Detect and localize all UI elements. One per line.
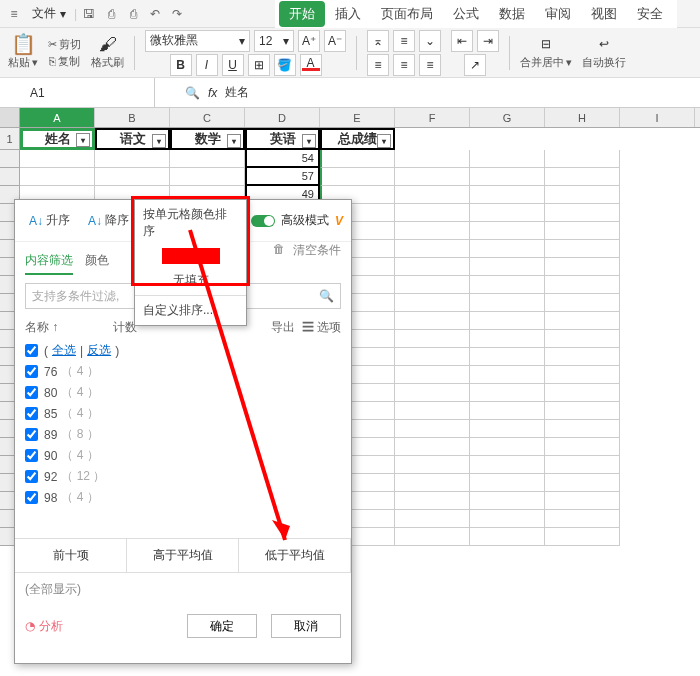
above-avg-button[interactable]: 高于平均值 xyxy=(127,539,239,572)
cell[interactable] xyxy=(545,204,620,222)
cell[interactable] xyxy=(545,150,620,168)
merge-icon[interactable]: ⊟ xyxy=(537,35,555,53)
analyze-button[interactable]: ◔分析 xyxy=(25,618,63,635)
below-avg-button[interactable]: 低于平均值 xyxy=(239,539,351,572)
cell[interactable] xyxy=(395,492,470,510)
wrap-icon[interactable]: ↩ xyxy=(595,35,613,53)
cell[interactable] xyxy=(545,456,620,474)
copy-button[interactable]: ⎘复制 xyxy=(49,54,80,69)
cell[interactable] xyxy=(470,294,545,312)
cell[interactable] xyxy=(470,384,545,402)
col-header-a[interactable]: A xyxy=(20,108,95,127)
cell[interactable] xyxy=(470,510,545,528)
cell[interactable] xyxy=(470,204,545,222)
cell[interactable] xyxy=(470,222,545,240)
cell[interactable] xyxy=(320,168,395,186)
cell[interactable] xyxy=(395,348,470,366)
tab-review[interactable]: 审阅 xyxy=(535,1,581,27)
sort-desc-button[interactable]: A↓降序 xyxy=(82,209,135,232)
cell[interactable] xyxy=(395,528,470,546)
col-header-e[interactable]: E xyxy=(320,108,395,127)
tab-view[interactable]: 视图 xyxy=(581,1,627,27)
name-box[interactable]: A1 xyxy=(0,78,155,107)
delete-icon[interactable]: 🗑 xyxy=(273,242,285,259)
nofill-option[interactable]: 无填充 xyxy=(135,266,246,295)
select-all-corner[interactable] xyxy=(0,108,20,128)
cell[interactable] xyxy=(470,420,545,438)
cell[interactable] xyxy=(395,258,470,276)
cell[interactable] xyxy=(320,150,395,168)
font-select[interactable]: 微软雅黑▾ xyxy=(145,30,250,52)
indent-dec-icon[interactable]: ⇤ xyxy=(451,30,473,52)
cell[interactable] xyxy=(470,168,545,186)
align-center-icon[interactable]: ≡ xyxy=(393,54,415,76)
cell[interactable] xyxy=(470,456,545,474)
fx-icon[interactable]: fx xyxy=(208,86,217,100)
export-button[interactable]: 导出 xyxy=(271,319,295,336)
col-header-b[interactable]: B xyxy=(95,108,170,127)
cell[interactable] xyxy=(545,420,620,438)
tab-data[interactable]: 数据 xyxy=(489,1,535,27)
print-icon[interactable]: ⎙ xyxy=(123,4,143,24)
col-header-h[interactable]: H xyxy=(545,108,620,127)
paste-icon[interactable]: 📋 xyxy=(14,35,32,53)
cell[interactable] xyxy=(395,438,470,456)
filter-item-checkbox[interactable] xyxy=(25,407,38,420)
cell[interactable] xyxy=(395,420,470,438)
name-column-header[interactable]: 名称 ↑ xyxy=(25,319,113,336)
cell[interactable] xyxy=(395,168,470,186)
cell[interactable] xyxy=(395,150,470,168)
hamburger-icon[interactable]: ≡ xyxy=(4,4,24,24)
cell[interactable] xyxy=(395,204,470,222)
align-right-icon[interactable]: ≡ xyxy=(419,54,441,76)
filter-tab-content[interactable]: 内容筛选 xyxy=(25,248,73,275)
cell[interactable] xyxy=(395,330,470,348)
invert-link[interactable]: 反选 xyxy=(87,342,111,359)
cell[interactable] xyxy=(470,186,545,204)
cell[interactable] xyxy=(545,474,620,492)
cell[interactable] xyxy=(395,276,470,294)
tab-security[interactable]: 安全 xyxy=(627,1,673,27)
data-cell[interactable]: 54 xyxy=(245,150,320,168)
cell[interactable] xyxy=(470,438,545,456)
undo-icon[interactable]: ↶ xyxy=(145,4,165,24)
header-cell[interactable]: 姓名 xyxy=(20,128,95,150)
advanced-toggle[interactable] xyxy=(251,215,275,227)
paste-button[interactable]: 粘贴▾ xyxy=(8,55,38,70)
data-cell[interactable]: 57 xyxy=(245,168,320,186)
wrap-button[interactable]: 自动换行 xyxy=(582,55,626,70)
cell[interactable] xyxy=(470,312,545,330)
underline-button[interactable]: U xyxy=(222,54,244,76)
cell[interactable] xyxy=(545,438,620,456)
cell[interactable] xyxy=(545,492,620,510)
merge-button[interactable]: 合并居中▾ xyxy=(520,55,572,70)
cut-button[interactable]: ✂剪切 xyxy=(48,37,81,52)
cell[interactable] xyxy=(470,366,545,384)
filter-item-checkbox[interactable] xyxy=(25,491,38,504)
cell[interactable] xyxy=(545,528,620,546)
increase-font-icon[interactable]: A⁺ xyxy=(298,30,320,52)
align-bottom-icon[interactable]: ⌄ xyxy=(419,30,441,52)
align-middle-icon[interactable]: ≡ xyxy=(393,30,415,52)
italic-button[interactable]: I xyxy=(196,54,218,76)
custom-sort-option[interactable]: 自定义排序... xyxy=(135,296,246,325)
ok-button[interactable]: 确定 xyxy=(187,614,257,638)
cell[interactable] xyxy=(20,150,95,168)
cell[interactable] xyxy=(395,366,470,384)
cell[interactable] xyxy=(545,348,620,366)
decrease-font-icon[interactable]: A⁻ xyxy=(324,30,346,52)
cell[interactable] xyxy=(395,186,470,204)
cell[interactable] xyxy=(545,258,620,276)
options-button[interactable]: ☰ 选项 xyxy=(302,319,341,336)
cell[interactable] xyxy=(545,240,620,258)
cell[interactable] xyxy=(20,168,95,186)
cell[interactable] xyxy=(170,168,245,186)
clear-conditions[interactable]: 清空条件 xyxy=(293,242,341,259)
cell[interactable] xyxy=(545,222,620,240)
filter-item-checkbox[interactable] xyxy=(25,449,38,462)
formula-input[interactable]: 姓名 xyxy=(225,84,249,101)
bold-button[interactable]: B xyxy=(170,54,192,76)
cell[interactable] xyxy=(470,276,545,294)
cell[interactable] xyxy=(470,528,545,546)
cell[interactable] xyxy=(545,402,620,420)
